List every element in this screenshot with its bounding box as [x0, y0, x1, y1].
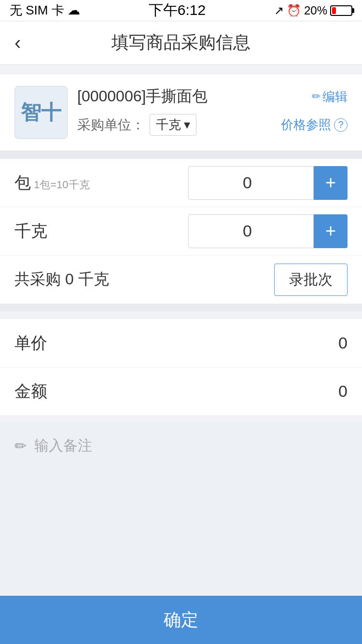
kg-plus-button[interactable]: + [314, 214, 348, 248]
bao-field-wrap: + [99, 166, 348, 200]
purchase-unit-row: 采购单位： 千克 ▾ [77, 114, 196, 136]
kg-label: 千克 [14, 220, 72, 242]
status-bar: 无 SIM 卡 ☁ 下午6:12 ↗ ⏰ 20% [0, 0, 362, 21]
price-ref-button[interactable]: 价格参照 ? [281, 116, 348, 133]
amount-label: 金额 [14, 380, 47, 403]
total-row: 共采购 0 千克 录批次 [0, 255, 362, 304]
bao-input-row: 包1包=10千克 + [0, 159, 362, 207]
confirm-button[interactable]: 确定 [0, 596, 362, 644]
location-icon: ↗ [274, 4, 284, 17]
status-right: ↗ ⏰ 20% [274, 4, 352, 17]
input-section: 包1包=10千克 + 千克 + [0, 159, 362, 255]
total-text: 共采购 0 千克 [14, 269, 109, 290]
product-thumbnail: 智十 [14, 86, 68, 139]
nav-bar: ‹ 填写商品采购信息 [0, 21, 362, 65]
unit-price-row: 单价 0 [0, 319, 362, 367]
price-ref-label: 价格参照 [281, 116, 331, 133]
kg-field-wrap: + [82, 214, 348, 248]
notes-section[interactable]: ✏ 输入备注 [0, 423, 362, 468]
kg-input[interactable] [188, 214, 314, 248]
bao-plus-button[interactable]: + [314, 166, 348, 200]
battery-icon [330, 5, 352, 16]
chevron-down-icon: ▾ [184, 117, 190, 132]
edit-icon: ✏ [312, 90, 320, 103]
batch-button[interactable]: 录批次 [274, 264, 348, 296]
section-divider-2 [0, 304, 362, 311]
section-divider-1 [0, 151, 362, 159]
edit-label: 编辑 [322, 88, 348, 105]
notes-placeholder: 输入备注 [34, 436, 92, 456]
bao-input[interactable] [188, 166, 314, 200]
product-name: [0000006]手撕面包 [77, 86, 208, 107]
status-left: 无 SIM 卡 ☁ [10, 2, 80, 19]
battery-label: 20% [304, 4, 327, 17]
page-title: 填写商品采购信息 [111, 31, 251, 55]
bao-sub-label: 1包=10千克 [34, 179, 90, 191]
unit-select[interactable]: 千克 ▾ [150, 114, 196, 136]
status-time: 下午6:12 [149, 0, 206, 20]
info-icon: ? [334, 118, 348, 132]
total-unit [74, 270, 78, 288]
unit-price-label: 单价 [14, 332, 47, 354]
alarm-icon: ⏰ [287, 4, 301, 17]
confirm-label: 确定 [164, 608, 198, 632]
product-info: [0000006]手撕面包 ✏ 编辑 采购单位： 千克 ▾ 价格参照 ? [77, 86, 348, 136]
pencil-icon: ✏ [14, 437, 27, 454]
amount-row: 金额 0 [0, 367, 362, 416]
edit-button[interactable]: ✏ 编辑 [312, 88, 348, 105]
unit-value: 千克 [156, 116, 181, 133]
amount-value: 0 [338, 382, 348, 401]
bao-label: 包1包=10千克 [14, 172, 90, 194]
price-section: 单价 0 金额 0 [0, 319, 362, 416]
unit-price-value: 0 [338, 334, 348, 352]
product-card: 智十 [0000006]手撕面包 ✏ 编辑 采购单位： 千克 ▾ 价格参照 ? [0, 74, 362, 151]
back-button[interactable]: ‹ [14, 32, 21, 54]
sim-label: 无 SIM 卡 ☁ [10, 2, 80, 19]
kg-input-row: 千克 + [0, 207, 362, 255]
product-thumb-text: 智十 [21, 102, 61, 123]
total-label: 共采购 [14, 270, 61, 288]
purchase-unit-label: 采购单位： [77, 116, 145, 134]
